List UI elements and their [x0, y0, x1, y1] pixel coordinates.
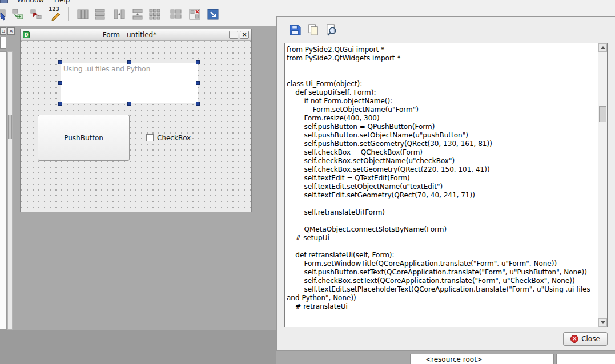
selection-handle-bottom-right[interactable]: [196, 102, 200, 106]
form-window-title: Form - untitled*: [32, 31, 227, 39]
code-line: # retranslateUi: [287, 302, 596, 311]
form-window-titlebar[interactable]: D Form - untitled* - ×: [21, 29, 251, 41]
edit-signals-slots-icon[interactable]: [10, 7, 25, 22]
code-line: Form.setObjectName(u"Form"): [287, 106, 596, 114]
form-canvas[interactable]: Using .ui files and Python PushButton Ch…: [21, 41, 251, 212]
qt-designer-screen: Window Help 123: [0, 0, 615, 364]
code-line: self.pushButton.setObjectName(u"pushButt…: [287, 131, 596, 140]
selection-handle-bottom-left[interactable]: [58, 102, 62, 106]
resource-root-item[interactable]: <resource root>: [410, 354, 554, 364]
checkbox-widget[interactable]: CheckBox: [146, 126, 204, 149]
close-x-icon: ×: [570, 335, 578, 343]
toolbar-separator: [68, 7, 69, 21]
pushbutton-widget[interactable]: PushButton: [38, 115, 130, 161]
selection-handle-middle-right[interactable]: [196, 81, 200, 85]
code-preview-dialog: from PySide2.QtGui import *from PySide2.…: [276, 16, 615, 351]
textedit-placeholder: Using .ui files and Python: [63, 65, 150, 73]
code-line: [287, 71, 596, 80]
layout-splitter-vertical-icon[interactable]: [130, 7, 145, 22]
form-editor-window: D Form - untitled* - × Using .ui files a…: [20, 29, 252, 212]
code-line: self.textEdit.setPlaceholderText(QCoreAp…: [287, 285, 596, 294]
menu-fragment-icon: [0, 0, 8, 3]
code-line: def retranslateUi(self, Form):: [287, 251, 596, 260]
code-line: self.pushButton.setText(QCoreApplication…: [287, 268, 596, 277]
resource-browser-column: [556, 354, 615, 364]
code-line: [287, 217, 596, 225]
code-line: self.checkBox.setText(QCoreApplication.t…: [287, 277, 596, 285]
selection-handle-top-middle[interactable]: [127, 60, 131, 64]
scroll-up-icon[interactable]: [598, 43, 607, 52]
checkbox-indicator[interactable]: [146, 134, 154, 141]
widgetbox-list-fragment: [0, 51, 7, 330]
layout-horizontal-icon[interactable]: [75, 7, 90, 22]
code-line: [287, 200, 596, 208]
selection-handle-middle-left[interactable]: [58, 81, 62, 85]
code-line: self.textEdit.setGeometry(QRect(70, 40, …: [287, 191, 596, 200]
dock-close-button[interactable]: ×: [7, 27, 15, 35]
dock-float-button[interactable]: ▫: [0, 27, 6, 35]
edit-tab-order-icon[interactable]: 123: [48, 7, 63, 22]
scroll-down-icon[interactable]: [598, 318, 607, 327]
menubar: Window Help: [0, 0, 78, 4]
code-line: self.checkBox = QCheckBox(Form): [287, 148, 596, 157]
selection-handle-top-right[interactable]: [196, 60, 200, 64]
mdi-bottom-shade: [0, 330, 276, 364]
code-line: Form.resize(400, 300): [287, 114, 596, 123]
tab-order-label: 123: [49, 6, 59, 12]
layout-vertical-icon[interactable]: [93, 7, 107, 22]
widgetbox-scrollbar-thumb[interactable]: [8, 115, 12, 139]
menu-window[interactable]: Window: [17, 0, 44, 4]
form-window-icon: D: [23, 31, 30, 38]
form-close-button[interactable]: ×: [240, 31, 249, 39]
code-view: from PySide2.QtGui import *from PySide2.…: [284, 43, 608, 327]
widgetbox-filter-input[interactable]: [0, 37, 6, 49]
code-line: [287, 63, 596, 71]
edit-widgets-icon[interactable]: [0, 7, 9, 22]
code-line: class Ui_Form(object):: [287, 80, 596, 88]
code-scrollbar-thumb[interactable]: [599, 106, 606, 122]
widgetbox-scrollbar[interactable]: [7, 51, 13, 330]
break-layout-icon[interactable]: [187, 7, 202, 22]
layout-grid-icon[interactable]: [147, 7, 162, 22]
code-line: from PySide2.QtWidgets import *: [287, 54, 596, 63]
layout-form-icon[interactable]: [168, 7, 183, 22]
code-line: self.pushButton.setGeometry(QRect(30, 13…: [287, 140, 596, 148]
code-text: from PySide2.QtGui import *from PySide2.…: [287, 46, 596, 326]
code-line: Form.setWindowTitle(QCoreApplication.tra…: [287, 260, 596, 268]
code-line: self.pushButton = QPushButton(Form): [287, 123, 596, 131]
selection-handle-top-left[interactable]: [58, 60, 62, 64]
code-line: [287, 242, 596, 251]
code-line: self.retranslateUi(Form): [287, 208, 596, 217]
code-line: self.textEdit = QTextEdit(Form): [287, 174, 596, 183]
find-icon[interactable]: [324, 22, 339, 37]
menu-help[interactable]: Help: [54, 0, 70, 4]
code-line: from PySide2.QtGui import *: [287, 46, 596, 54]
code-line: QMetaObject.connectSlotsByName(Form): [287, 225, 596, 234]
code-scrollbar[interactable]: [598, 43, 607, 327]
code-line: and Python", None)): [287, 294, 596, 302]
code-line: self.checkBox.setObjectName(u"checkBox"): [287, 157, 596, 165]
checkbox-label: CheckBox: [157, 134, 191, 142]
code-line: # setupUi: [287, 234, 596, 242]
copy-icon[interactable]: [306, 22, 320, 37]
code-line: self.checkBox.setGeometry(QRect(220, 150…: [287, 165, 596, 174]
textedit-widget[interactable]: Using .ui files and Python: [61, 63, 198, 103]
code-view-divider: [286, 322, 596, 322]
close-button[interactable]: × Close: [563, 332, 608, 346]
edit-buddies-icon[interactable]: [29, 7, 43, 22]
save-icon[interactable]: [287, 22, 302, 37]
code-line: def setupUi(self, Form):: [287, 88, 596, 97]
adjust-size-icon[interactable]: [206, 7, 220, 22]
code-line: if not Form.objectName():: [287, 97, 596, 106]
code-line: self.textEdit.setObjectName(u"textEdit"): [287, 183, 596, 191]
selection-handle-bottom-middle[interactable]: [127, 102, 131, 106]
close-button-label: Close: [581, 335, 600, 343]
layout-splitter-horizontal-icon[interactable]: [112, 7, 127, 22]
form-minimize-button[interactable]: -: [229, 31, 238, 39]
